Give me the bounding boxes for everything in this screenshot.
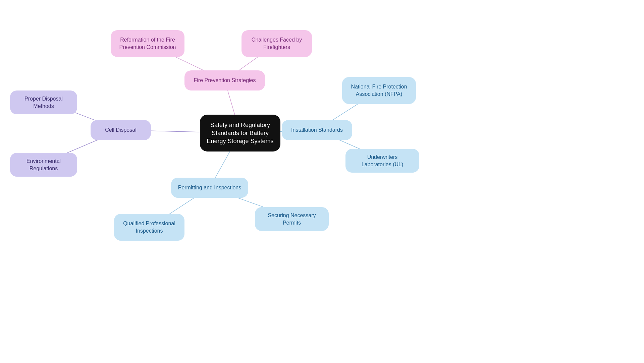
nfpa-node[interactable]: National Fire Protection Association (NF… xyxy=(342,77,416,104)
reformation-node[interactable]: Reformation of the Fire Prevention Commi… xyxy=(111,30,184,57)
installation-standards-node[interactable]: Installation Standards xyxy=(282,120,352,140)
center-node[interactable]: Safety and Regulatory Standards for Batt… xyxy=(200,115,280,152)
challenges-node[interactable]: Challenges Faced by Firefighters xyxy=(241,30,312,57)
ul-node[interactable]: Underwriters Laboratories (UL) xyxy=(345,149,419,173)
qualified-node[interactable]: Qualified Professional Inspections xyxy=(114,214,184,241)
fire-prevention-strategies-node[interactable]: Fire Prevention Strategies xyxy=(184,70,265,90)
cell-disposal-node[interactable]: Cell Disposal xyxy=(91,120,151,140)
environmental-regulations-node[interactable]: Environmental Regulations xyxy=(10,153,77,177)
proper-disposal-node[interactable]: Proper Disposal Methods xyxy=(10,90,77,114)
permitting-node[interactable]: Permitting and Inspections xyxy=(171,178,248,198)
securing-node[interactable]: Securing Necessary Permits xyxy=(255,207,329,231)
